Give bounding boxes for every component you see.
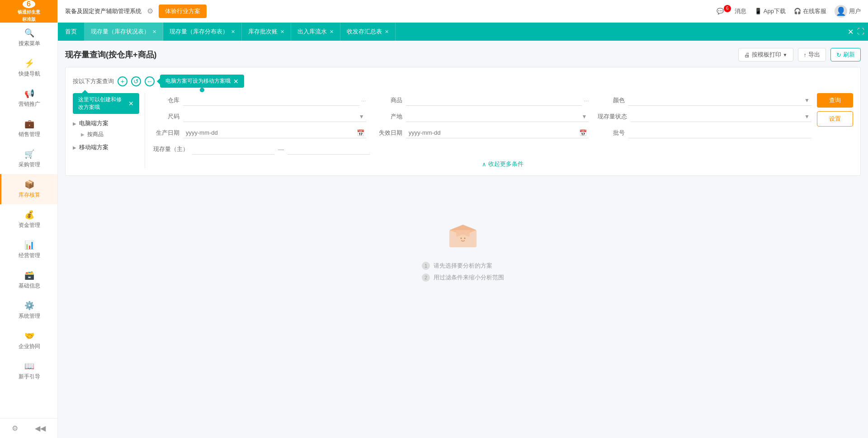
sidebar-item-sales[interactable]: 💼 销售管理 — [0, 113, 57, 144]
tab-flow-label: 出入库流水 — [297, 28, 327, 36]
expire-date-input[interactable] — [406, 127, 589, 138]
sidebar-item-enterprise[interactable]: 🤝 企业协同 — [0, 325, 57, 356]
hint-num-1: 1 — [422, 262, 430, 270]
stock-qty-to[interactable] — [288, 144, 370, 155]
filter-back-button[interactable]: ← — [145, 76, 155, 86]
tab-inventory-dist-label: 现存量（库存分布表） — [170, 28, 228, 36]
filter-right-inner: 仓库 ··· 商品 — [152, 93, 853, 155]
refresh-label: 刷新 — [843, 51, 855, 59]
tab-home[interactable]: 首页 — [58, 23, 85, 41]
sidebar-label-enterprise: 企业协同 — [19, 343, 40, 350]
produce-date-cal-icon[interactable]: 📅 — [357, 129, 364, 137]
sidebar-item-management[interactable]: 📊 经营管理 — [0, 235, 57, 265]
page-title-row: 现存量查询(按仓库+商品) 🖨 按模板打印 ▼ ↑ 导出 ↻ — [65, 48, 861, 61]
tabbar-actions: ✕ ⛶ — [844, 28, 868, 36]
tabbar: 首页 现存量（库存状况表） ✕ 现存量（库存分布表） ✕ 库存批次账 ✕ 出入库… — [58, 23, 868, 41]
print-button[interactable]: 🖨 按模板打印 ▼ — [738, 48, 793, 61]
filter-fields: 仓库 ··· 商品 — [152, 93, 811, 155]
sidebar-settings-btn[interactable]: ⚙ — [12, 424, 18, 433]
filter-refresh-button[interactable]: ↺ — [131, 76, 141, 86]
set-button[interactable]: 设置 — [817, 111, 853, 127]
batch-input[interactable] — [628, 127, 811, 138]
tab-close-all-icon[interactable]: ✕ — [848, 28, 854, 36]
file-icon: 🗃️ — [24, 270, 34, 280]
goods-dots-icon[interactable]: ··· — [584, 97, 589, 104]
tab-close-icon-5[interactable]: ✕ — [385, 29, 389, 35]
sidebar-item-finance[interactable]: 💰 资金管理 — [0, 204, 57, 235]
tooltip1-close[interactable]: ✕ — [233, 78, 239, 85]
tab-batch-account-label: 库存批次账 — [248, 28, 278, 36]
tab-close-icon-4[interactable]: ✕ — [330, 29, 334, 35]
sidebar-item-inventory[interactable]: 📦 库存核算 — [0, 174, 57, 204]
scheme-panel: 这里可以创建和修改方案哦 ✕ ▶ 电脑端方案 ▶ — [73, 93, 145, 168]
tooltip-create-scheme: 这里可以创建和修改方案哦 ✕ — [73, 93, 139, 114]
filter-top-row: 按以下方案查询 + ↺ ← 电脑方案可设为移动方案哦 ✕ — [73, 75, 853, 88]
sidebar-label-marketing: 营销推广 — [19, 100, 40, 108]
goods-input[interactable] — [406, 95, 582, 106]
app-download-item[interactable]: 📱 App下载 — [755, 7, 786, 15]
tooltip2-close[interactable]: ✕ — [128, 100, 134, 107]
trial-button[interactable]: 体验行业方案 — [159, 5, 207, 18]
tab-close-icon[interactable]: ✕ — [152, 29, 156, 35]
online-support-item[interactable]: 🎧 在线客服 — [794, 7, 826, 15]
tab-summary[interactable]: 收发存汇总表 ✕ — [340, 23, 396, 41]
stock-status-select[interactable] — [631, 111, 811, 122]
sidebar-label-system: 系统管理 — [19, 312, 40, 320]
filter-row-size: 尺码 ▼ — [152, 111, 366, 122]
filter-row-color: 颜色 ▼ — [598, 95, 811, 106]
filter-grid-row1: 仓库 ··· 商品 — [152, 95, 811, 106]
sidebar-label-purchase: 采购管理 — [19, 161, 40, 169]
svg-point-6 — [464, 238, 466, 239]
sidebar-item-purchase[interactable]: 🛒 采购管理 — [0, 144, 57, 174]
filter-collapse-row[interactable]: ∧ 收起更多条件 — [152, 160, 853, 168]
tab-inventory-status[interactable]: 现存量（库存状况表） ✕ — [85, 23, 163, 41]
expire-date-wrap: 📅 — [406, 127, 589, 138]
warehouse-input[interactable] — [183, 95, 359, 106]
color-select[interactable] — [628, 95, 811, 106]
sidebar-item-basic[interactable]: 🗃️ 基础信息 — [0, 265, 57, 295]
user-item[interactable]: 👤 用户 — [835, 5, 861, 18]
hint-text-1: 请先选择要分析的方案 — [434, 262, 492, 270]
sidebar-collapse-btn[interactable]: ◀◀ — [35, 424, 46, 433]
sidebar-item-marketing[interactable]: 📢 营销推广 — [0, 83, 57, 113]
scheme-group-pc-header[interactable]: ▶ 电脑端方案 — [73, 118, 139, 129]
refresh-button[interactable]: ↻ 刷新 — [830, 48, 861, 61]
stock-status-label: 现存量状态 — [598, 113, 627, 121]
filter-add-button[interactable]: + — [118, 76, 127, 86]
goods-label: 商品 — [375, 96, 402, 104]
page-title: 现存量查询(按仓库+商品) — [65, 49, 157, 60]
sidebar-item-quicknav[interactable]: ⚡ 快捷导航 — [0, 53, 57, 83]
empty-hints: 1 请先选择要分析的方案 2 用过滤条件来缩小分析范围 — [422, 262, 504, 282]
tab-expand-icon[interactable]: ⛶ — [857, 28, 864, 36]
expire-date-label: 失效日期 — [375, 129, 402, 137]
main-area: 装备及固定资产辅助管理系统 ⚙ 体验行业方案 💬 6 消息 📱 App下载 🎧 … — [58, 0, 868, 438]
produce-date-input[interactable] — [183, 127, 366, 138]
sidebar-item-search[interactable]: 🔍 搜索菜单 — [0, 23, 57, 53]
scheme-mobile-label: 移动端方案 — [79, 143, 108, 151]
empty-hint-2: 2 用过滤条件来缩小分析范围 — [422, 273, 504, 282]
warehouse-dots-icon[interactable]: ··· — [361, 97, 366, 104]
size-select[interactable] — [183, 111, 366, 122]
expire-date-cal-icon[interactable]: 📅 — [579, 129, 587, 137]
sidebar-nav: 🔍 搜索菜单 ⚡ 快捷导航 📢 营销推广 💼 销售管理 🛒 采购管理 📦 库存核… — [0, 23, 57, 418]
online-support-label: 在线客服 — [803, 7, 826, 15]
tab-inventory-status-label: 现存量（库存状况表） — [91, 28, 150, 36]
tab-inventory-dist[interactable]: 现存量（库存分布表） ✕ — [163, 23, 242, 41]
search-button[interactable]: 查询 — [817, 93, 853, 108]
print-icon: 🖨 — [744, 52, 750, 58]
tab-close-icon-2[interactable]: ✕ — [231, 29, 235, 35]
origin-select[interactable] — [406, 111, 589, 122]
sidebar-item-guide[interactable]: 📖 新手引导 — [0, 356, 57, 386]
origin-label: 产地 — [375, 113, 402, 121]
scheme-group-mobile-header[interactable]: ▶ 移动端方案 — [73, 141, 139, 153]
message-item[interactable]: 💬 6 消息 — [717, 7, 746, 15]
filter-grid-row2: 尺码 ▼ — [152, 111, 811, 122]
tab-close-icon-3[interactable]: ✕ — [280, 29, 284, 35]
export-button[interactable]: ↑ 导出 — [798, 48, 826, 61]
system-settings-icon[interactable]: ⚙ — [147, 7, 153, 15]
stock-qty-from[interactable] — [192, 144, 274, 155]
sidebar-item-system[interactable]: ⚙️ 系统管理 — [0, 295, 57, 325]
tab-flow[interactable]: 出入库流水 ✕ — [291, 23, 340, 41]
tab-batch-account[interactable]: 库存批次账 ✕ — [242, 23, 291, 41]
scheme-sub-default[interactable]: ▶ 按商品 — [73, 129, 139, 140]
